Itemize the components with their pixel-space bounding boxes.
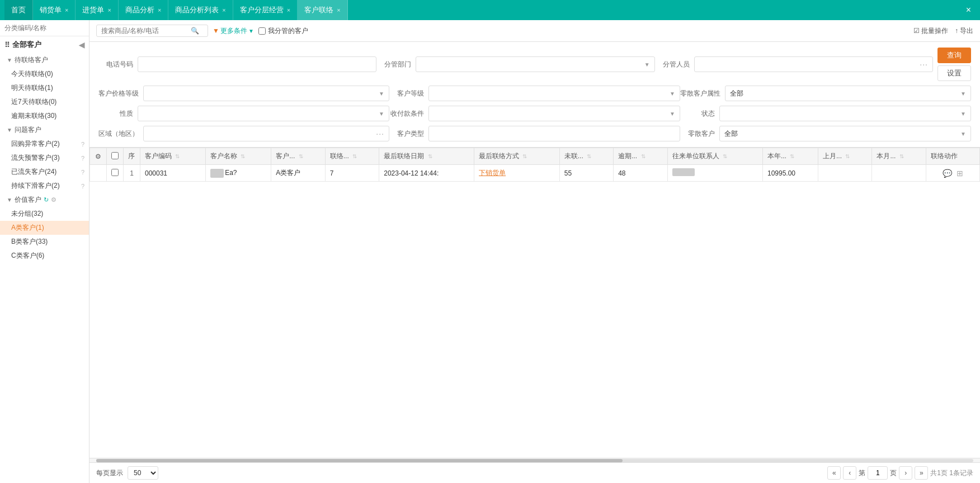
export-button[interactable]: ↑ 导出 xyxy=(955,26,973,36)
phone-input[interactable] xyxy=(138,56,376,72)
sort-last-method-icon[interactable]: ⇅ xyxy=(522,153,527,159)
help-lost-icon[interactable]: ? xyxy=(81,169,84,176)
sidebar-item-class-c[interactable]: C类客户(6) xyxy=(0,249,89,263)
first-page-button[interactable]: « xyxy=(827,466,841,480)
last-page-button[interactable]: » xyxy=(915,466,928,480)
sidebar-item-tomorrow[interactable]: 明天待联络(1) xyxy=(0,81,89,95)
per-page-select[interactable]: 50 100 200 xyxy=(128,466,158,480)
sidebar-item-repurchase-abnormal[interactable]: 回购异常客户(2) ? xyxy=(0,137,89,151)
td-name[interactable]: Ea? xyxy=(206,165,271,182)
th-checkbox[interactable] xyxy=(107,148,124,165)
select-all-checkbox[interactable] xyxy=(111,152,119,159)
price-level-select[interactable]: ▼ xyxy=(143,86,389,101)
sort-this-year-icon[interactable]: ⇅ xyxy=(790,153,794,159)
td-checkbox[interactable] xyxy=(107,165,124,182)
batch-operation-button[interactable]: ☑ 批量操作 xyxy=(913,26,948,36)
row-checkbox[interactable] xyxy=(111,169,119,176)
sort-this-month-icon[interactable]: ⇅ xyxy=(899,153,904,159)
th-contact-count[interactable]: 联络... ⇅ xyxy=(325,148,379,165)
settings-value-icon[interactable]: ⚙ xyxy=(51,196,56,203)
customer-level-select[interactable]: ▼ xyxy=(428,86,680,101)
sidebar-group-value[interactable]: ▼ 价值客户 ↻ ⚙ xyxy=(0,193,89,207)
nav-tab-home[interactable]: 首页 xyxy=(4,0,33,20)
sidebar-item-7days[interactable]: 近7天待联络(0) xyxy=(0,95,89,109)
th-overdue[interactable]: 逾期... ⇅ xyxy=(614,148,667,165)
message-action-icon[interactable]: 💬 xyxy=(943,169,952,178)
close-goods-list-icon[interactable]: × xyxy=(222,7,225,13)
retail-attr-select[interactable]: 全部 ▼ xyxy=(725,86,971,101)
all-customers-header[interactable]: ⠿ 全部客户 ◀ xyxy=(0,36,89,53)
next-page-button[interactable]: › xyxy=(899,466,912,480)
th-this-month[interactable]: 本月... ⇅ xyxy=(872,148,926,165)
th-no-contact[interactable]: 未联... ⇅ xyxy=(559,148,613,165)
sidebar-item-lost[interactable]: 已流失客户(24) ? xyxy=(0,165,89,179)
retail-customer-select[interactable]: 全部 ▼ xyxy=(719,126,971,141)
th-last-month[interactable]: 上月... ⇅ xyxy=(818,148,871,165)
sort-last-date-icon[interactable]: ⇅ xyxy=(428,153,432,159)
close-sales-icon[interactable]: × xyxy=(65,7,68,13)
sort-name-icon[interactable]: ⇅ xyxy=(241,153,245,159)
nav-tab-customer-tier[interactable]: 客户分层经营 × xyxy=(233,0,298,20)
nav-tab-customer-contact[interactable]: 客户联络 × xyxy=(298,0,347,20)
my-customer-checkbox-container[interactable]: 我分管的客户 xyxy=(258,26,308,36)
last-method-link[interactable]: 下销货单 xyxy=(479,169,506,177)
th-name[interactable]: 客户名称 ⇅ xyxy=(206,148,271,165)
close-customer-contact-icon[interactable]: × xyxy=(337,7,340,13)
sidebar-collapse-icon[interactable]: ◀ xyxy=(79,41,84,49)
settings-button[interactable]: 设置 xyxy=(937,65,971,81)
sort-last-month-icon[interactable]: ⇅ xyxy=(845,153,850,159)
sidebar-item-overdue[interactable]: 逾期未联络(30) xyxy=(0,109,89,123)
prev-page-button[interactable]: ‹ xyxy=(843,466,856,480)
more-conditions-button[interactable]: ▼ 更多条件 ▼ xyxy=(213,26,254,36)
customer-type-input[interactable] xyxy=(428,126,680,141)
search-input[interactable] xyxy=(101,27,191,35)
sort-code-icon[interactable]: ⇅ xyxy=(175,153,180,159)
my-customer-checkbox[interactable] xyxy=(258,27,266,35)
sidebar-group-problem[interactable]: ▼ 问题客户 xyxy=(0,123,89,137)
td-last-method[interactable]: 下销货单 xyxy=(474,165,560,182)
th-contact-person[interactable]: 往来单位联系人 ⇅ xyxy=(667,148,762,165)
nav-tab-goods-analysis[interactable]: 商品分析 × xyxy=(119,0,168,20)
sort-contact-person-icon[interactable]: ⇅ xyxy=(723,153,727,159)
person-select[interactable]: ··· xyxy=(694,56,933,72)
sort-level-icon[interactable]: ⇅ xyxy=(299,153,303,159)
sort-overdue-icon[interactable]: ⇅ xyxy=(641,153,646,159)
payment-select[interactable]: ▼ xyxy=(428,106,680,121)
close-goods-analysis-icon[interactable]: × xyxy=(158,7,161,13)
th-level[interactable]: 客户... ⇅ xyxy=(271,148,325,165)
sidebar-item-class-a[interactable]: A类客户(1) xyxy=(0,221,89,235)
sidebar-group-pending[interactable]: ▼ 待联络客户 xyxy=(0,53,89,67)
th-last-date[interactable]: 最后联络日期 ⇅ xyxy=(379,148,474,165)
nav-tab-goods-list[interactable]: 商品分析列表 × xyxy=(168,0,233,20)
sidebar-item-unclassified[interactable]: 未分组(32) xyxy=(0,207,89,221)
help-repurchase-icon[interactable]: ? xyxy=(81,141,84,148)
nav-tab-sales[interactable]: 销货单 × xyxy=(33,0,76,20)
sort-no-contact-icon[interactable]: ⇅ xyxy=(587,153,591,159)
query-button[interactable]: 查询 xyxy=(937,48,971,63)
link-action-icon[interactable]: ⊞ xyxy=(957,169,963,178)
th-settings[interactable]: ⚙ xyxy=(90,148,107,165)
refresh-value-icon[interactable]: ↻ xyxy=(44,196,49,203)
sidebar-search-input[interactable] xyxy=(4,24,88,32)
nature-select[interactable]: ▼ xyxy=(138,106,389,121)
help-loss-warning-icon[interactable]: ? xyxy=(81,155,84,162)
sort-contact-icon[interactable]: ⇅ xyxy=(352,153,357,159)
sidebar-item-loss-warning[interactable]: 流失预警客户(3) ? xyxy=(0,151,89,165)
search-toolbar-icon[interactable]: 🔍 xyxy=(191,27,199,35)
close-customer-tier-icon[interactable]: × xyxy=(287,7,290,13)
close-purchase-icon[interactable]: × xyxy=(107,7,111,13)
sidebar-item-declining[interactable]: 持续下滑客户(2) ? xyxy=(0,179,89,193)
horizontal-scrollbar[interactable] xyxy=(89,458,980,462)
window-close-button[interactable]: × xyxy=(962,5,976,15)
dept-select[interactable]: ▼ xyxy=(416,56,654,72)
th-last-method[interactable]: 最后联络方式 ⇅ xyxy=(474,148,560,165)
th-this-year[interactable]: 本年... ⇅ xyxy=(762,148,818,165)
page-input[interactable] xyxy=(868,466,888,480)
region-select[interactable]: ··· xyxy=(143,126,389,141)
scrollbar-thumb[interactable] xyxy=(96,459,623,462)
status-select[interactable]: ▼ xyxy=(719,106,971,121)
sidebar-item-class-b[interactable]: B类客户(33) xyxy=(0,235,89,249)
sidebar-item-today[interactable]: 今天待联络(0) xyxy=(0,67,89,81)
help-declining-icon[interactable]: ? xyxy=(81,183,84,190)
th-code[interactable]: 客户编码 ⇅ xyxy=(140,148,206,165)
